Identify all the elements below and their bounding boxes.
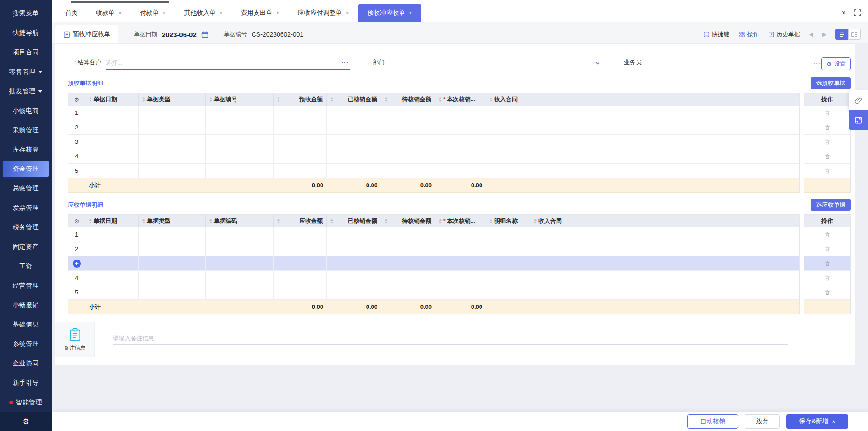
col-doc-no[interactable]: 单据编号 (206, 93, 274, 106)
customer-input[interactable] (106, 56, 341, 69)
close-icon[interactable]: × (163, 9, 166, 16)
sidebar-item-quick-nav[interactable]: 快捷导航 (0, 23, 52, 43)
sort-icon[interactable] (490, 219, 492, 223)
sidebar-item-retail[interactable]: 零售管理 (0, 62, 52, 81)
sort-icon[interactable] (490, 97, 492, 102)
department-select[interactable] (392, 56, 600, 70)
sidebar-item-expense[interactable]: 小畅报销 (0, 295, 52, 315)
sidebar-item-general-ledger[interactable]: 总账管理 (0, 179, 52, 198)
remark-input[interactable] (113, 335, 788, 341)
next-doc-icon[interactable]: ▶ (822, 31, 826, 38)
column-settings-gear-icon[interactable]: ⚙ (68, 215, 85, 227)
sort-icon[interactable] (142, 219, 145, 223)
close-icon[interactable]: × (345, 9, 349, 16)
tab-receipt[interactable]: 收款单× (87, 4, 131, 22)
add-row-button[interactable]: + (73, 260, 81, 268)
sort-icon[interactable] (385, 219, 387, 223)
sort-icon[interactable] (209, 97, 212, 102)
cancel-button[interactable]: 放弃 (745, 414, 780, 429)
close-icon[interactable]: × (118, 9, 122, 16)
doc-date-value[interactable]: 2023-06-02 (162, 31, 197, 38)
tab-expense-payout[interactable]: 费用支出单× (232, 4, 289, 22)
sort-icon[interactable] (534, 219, 537, 223)
salesman-input[interactable] (648, 56, 813, 70)
col-current-writeoff[interactable]: *本次核销... (435, 215, 486, 227)
col-prepaid-amount[interactable]: 预收金额 (274, 93, 327, 106)
tab-prepaid-offset-receivable[interactable]: 预收冲应收单× (358, 4, 421, 22)
sidebar-item-funds[interactable]: 资金管理 (3, 161, 49, 177)
delete-row-button[interactable] (804, 120, 850, 135)
sidebar-item-search-menu[interactable]: 搜索菜单 (0, 4, 52, 23)
sort-icon[interactable] (142, 97, 145, 102)
table-row[interactable]: 2 (68, 242, 799, 256)
sort-icon[interactable] (277, 219, 280, 223)
select-prepaid-docs-button[interactable]: 选预收单据 (811, 77, 851, 89)
list-view-button[interactable] (835, 29, 848, 40)
tab-other-income[interactable]: 其他收入单× (175, 4, 232, 22)
table-row[interactable]: 4 (68, 271, 799, 285)
col-current-writeoff[interactable]: *本次核销... (435, 93, 486, 106)
sidebar-item-tax[interactable]: 税务管理 (0, 218, 52, 237)
save-and-new-button[interactable]: 保存&新增 ∧ (786, 414, 848, 429)
sidebar-item-inventory[interactable]: 库存核算 (0, 140, 52, 159)
sidebar-item-payroll[interactable]: 工资 (0, 256, 52, 276)
delete-row-button[interactable] (804, 242, 850, 256)
settings-button[interactable]: ⚙ 设置 (821, 57, 851, 70)
sidebar-item-operations[interactable]: 经营管理 (0, 276, 52, 295)
sort-icon[interactable] (439, 219, 442, 223)
sidebar-settings-button[interactable]: ⚙ (0, 412, 52, 431)
table-row-selected[interactable]: + (68, 256, 799, 271)
table-row[interactable]: 1 (68, 106, 799, 120)
auto-writeoff-button[interactable]: 自动核销 (687, 414, 738, 429)
sort-icon[interactable] (330, 219, 333, 223)
sort-icon[interactable] (89, 97, 92, 102)
col-pending-amount[interactable]: 待核销金额 (381, 93, 435, 106)
delete-row-button[interactable] (804, 164, 850, 178)
col-doc-type[interactable]: 单据类型 (139, 93, 206, 106)
prev-doc-icon[interactable]: ◀ (809, 31, 813, 38)
table-row[interactable]: 4 (68, 149, 799, 164)
sidebar-item-wholesale[interactable]: 批发管理 (0, 81, 52, 101)
select-receivable-docs-button[interactable]: 选应收单据 (811, 199, 851, 211)
sidebar-item-collaboration[interactable]: 企业协同 (0, 354, 52, 373)
col-writtenoff-amount[interactable]: 已核销金额 (327, 215, 381, 227)
close-icon[interactable]: × (276, 9, 280, 16)
sidebar-item-fixed-assets[interactable]: 固定资产 (0, 237, 52, 256)
column-settings-gear-icon[interactable]: ⚙ (68, 93, 85, 106)
sidebar-item-beginner-guide[interactable]: 新手引导 (0, 373, 52, 393)
card-view-button[interactable] (848, 29, 861, 40)
delete-row-button[interactable] (804, 271, 850, 285)
sidebar-item-invoice[interactable]: 发票管理 (0, 198, 52, 218)
sidebar-item-smart-mgmt[interactable]: 智能管理 (0, 393, 52, 412)
chevron-down-icon[interactable] (595, 61, 600, 65)
col-doc-code[interactable]: 单据编码 (206, 215, 274, 227)
document-type-tab[interactable]: 预收冲应收单 (55, 25, 118, 43)
sort-icon[interactable] (89, 219, 92, 223)
col-doc-date[interactable]: 单据日期 (85, 215, 139, 227)
shortcut-keys-button[interactable]: 快捷键 (703, 30, 730, 38)
col-writtenoff-amount[interactable]: 已核销金额 (327, 93, 381, 106)
table-row[interactable]: 2 (68, 120, 799, 135)
tab-ar-ap-adjust[interactable]: 应收应付调整单× (288, 4, 358, 22)
delete-row-button[interactable] (804, 149, 850, 164)
fullscreen-icon[interactable] (854, 9, 861, 16)
salesman-picker-ellipsis-icon[interactable]: ··· (812, 60, 821, 66)
delete-row-button[interactable] (804, 285, 850, 300)
sidebar-item-ecommerce[interactable]: 小畅电商 (0, 101, 52, 120)
col-doc-type[interactable]: 单据类型 (139, 215, 206, 227)
sidebar-item-system[interactable]: 系统管理 (0, 334, 52, 354)
table-row[interactable]: 3 (68, 135, 799, 149)
col-doc-date[interactable]: 单据日期 (85, 93, 139, 106)
close-all-icon[interactable]: × (842, 9, 846, 17)
col-income-contract[interactable]: 收入合同 (486, 93, 799, 106)
sort-icon[interactable] (277, 97, 280, 102)
col-detail-name[interactable]: 明细名称 (486, 215, 530, 227)
calendar-icon[interactable] (201, 31, 208, 38)
department-input[interactable] (392, 56, 595, 70)
operations-button[interactable]: 操作 (739, 30, 759, 38)
col-pending-amount[interactable]: 待核销金额 (381, 215, 435, 227)
col-income-contract[interactable]: 收入合同 (530, 215, 799, 227)
history-documents-button[interactable]: 历史单据 (768, 30, 800, 38)
sort-icon[interactable] (385, 97, 387, 102)
sidebar-item-purchasing[interactable]: 采购管理 (0, 120, 52, 140)
